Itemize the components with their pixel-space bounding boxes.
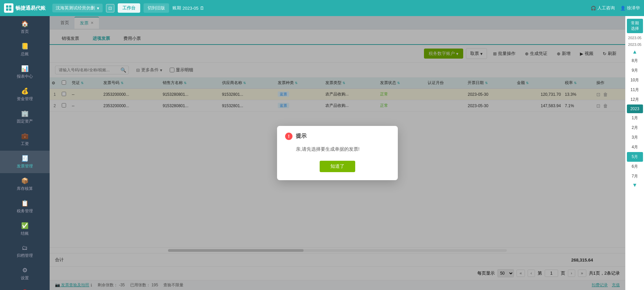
period-up-icon[interactable]: ▲	[632, 49, 638, 55]
period-year-2023-top: 2023.05	[628, 34, 642, 41]
sidebar-item-home[interactable]: 🏠 首页	[0, 16, 50, 39]
period-toggle-button[interactable]: 常期 选择	[627, 19, 643, 33]
sidebar-item-settings[interactable]: ⚙ 设置	[0, 263, 50, 285]
sidebar-item-inventory[interactable]: 📦 库存核算	[0, 173, 50, 196]
period-down-icon[interactable]: ▼	[632, 183, 638, 188]
sidebar-item-funds[interactable]: 💰 资金管理	[0, 83, 50, 106]
period-item-11[interactable]: 11月	[627, 85, 643, 95]
settlement-icon: ✅	[21, 222, 29, 229]
assets-icon: 🏢	[21, 110, 29, 117]
period-item-10[interactable]: 10月	[627, 75, 643, 85]
tax-icon: 📋	[21, 200, 29, 207]
dialog-header: ! 提示	[277, 126, 398, 143]
period-year-2023[interactable]: 2023	[627, 104, 643, 113]
period-item-1[interactable]: 1月	[627, 113, 643, 123]
sidebar-item-invoice[interactable]: 🧾 发票管理	[0, 151, 50, 173]
dialog-footer: 知道了	[277, 161, 398, 180]
sidebar-item-ledger[interactable]: 📒 总账	[0, 39, 50, 61]
workspace-button[interactable]: 工作台	[118, 3, 140, 13]
ledger-icon: 📒	[21, 43, 29, 50]
qr-button[interactable]: ⊡	[106, 4, 114, 12]
period-label: 账期	[172, 5, 181, 11]
inventory-icon: 📦	[21, 177, 29, 185]
period-value: 2023-05	[182, 6, 199, 11]
chevron-down-icon: ▾	[97, 6, 99, 11]
svg-rect-1	[9, 5, 11, 8]
invoice-icon: 🧾	[21, 155, 29, 162]
right-panel: 常期 选择 2023.05 2023.05 ▲ 8月 9月 10月 11月 12…	[625, 16, 644, 290]
period-item-12[interactable]: 12月	[627, 95, 643, 104]
top-bar-right: 🎧 人工咨询 👤 徐泽华	[591, 5, 640, 11]
sidebar-item-settlement[interactable]: ✅ 结账	[0, 218, 50, 240]
period-arrows: ▲	[632, 48, 638, 56]
sidebar: 🏠 首页 📒 总账 📊 报表中心 💰 资金管理 🏢 固定资产 💼 工资	[0, 16, 50, 290]
period-item-5[interactable]: 5月	[627, 152, 643, 162]
period-arrows-bottom: ▼	[632, 181, 638, 189]
user-avatar[interactable]: 👤 徐泽华	[620, 5, 640, 11]
logo-icon	[4, 3, 13, 13]
salary-icon: 💼	[21, 132, 29, 140]
funds-icon: 💰	[21, 87, 29, 95]
period-item-3[interactable]: 3月	[627, 133, 643, 142]
app-title: 畅捷通易代账	[15, 5, 46, 11]
dialog: ! 提示 亲,请先选择要生成单据的发票! 知道了	[277, 126, 398, 180]
app-logo: 畅捷通易代账	[4, 3, 46, 13]
headset-icon: 🎧	[591, 6, 596, 11]
dialog-title: 提示	[296, 133, 307, 140]
dialog-confirm-button[interactable]: 知道了	[320, 161, 355, 172]
svg-rect-2	[6, 8, 8, 11]
svg-rect-0	[6, 5, 8, 8]
sidebar-item-tax[interactable]: 📋 税务管理	[0, 196, 50, 218]
home-icon: 🏠	[21, 20, 29, 27]
company-name: 沈海英测试经营勿删	[56, 5, 95, 11]
warning-icon: !	[285, 133, 292, 140]
calendar-icon[interactable]: 🗓	[200, 6, 204, 11]
sidebar-item-assets[interactable]: 🏢 固定资产	[0, 106, 50, 128]
support-button[interactable]: 🎧 人工咨询	[591, 5, 615, 11]
dialog-overlay: ! 提示 亲,请先选择要生成单据的发票! 知道了	[50, 16, 625, 290]
sidebar-item-archive[interactable]: 🗂 归档管理	[0, 240, 50, 263]
dialog-body: 亲,请先选择要生成单据的发票!	[277, 143, 398, 161]
top-bar: 畅捷通易代账 沈海英测试经营勿删 ▾ ⊡ 工作台 切到旧版 账期 2023-05…	[0, 0, 644, 16]
period-item-2[interactable]: 2月	[627, 123, 643, 133]
sidebar-item-salary[interactable]: 💼 工资	[0, 128, 50, 151]
period-item-4[interactable]: 4月	[627, 142, 643, 152]
settings-icon: ⚙	[22, 267, 28, 274]
company-selector[interactable]: 沈海英测试经营勿删 ▾	[52, 4, 103, 12]
period-item-8[interactable]: 8月	[627, 56, 643, 66]
sidebar-item-reports[interactable]: 📊 报表中心	[0, 61, 50, 83]
period-item-7[interactable]: 7月	[627, 171, 643, 181]
switch-version-button[interactable]: 切到旧版	[144, 3, 169, 13]
svg-rect-3	[9, 8, 11, 11]
avatar-icon: 👤	[620, 6, 626, 11]
period-item-6[interactable]: 6月	[627, 162, 643, 171]
period-item-9[interactable]: 9月	[627, 66, 643, 75]
period-info: 账期 2023-05 🗓	[172, 5, 204, 11]
reports-icon: 📊	[21, 65, 29, 72]
content-area: 首页 发票 ✕ 销项发票 进项发票 费用小票	[50, 16, 625, 290]
period-sub: 2023.05	[628, 41, 642, 48]
sidebar-item-guide[interactable]: 🎯 新手引导	[0, 285, 50, 290]
archive-icon: 🗂	[22, 244, 28, 251]
